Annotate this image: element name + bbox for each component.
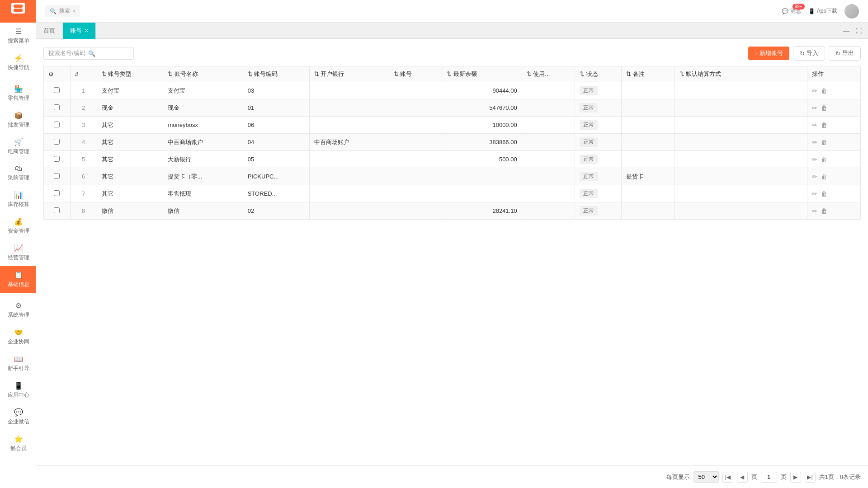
- table-row: 5 其它 大新银行 05 500.00 正常 ✏ 🗑: [44, 151, 861, 168]
- delete-btn[interactable]: 🗑: [821, 207, 827, 215]
- edit-btn[interactable]: ✏: [812, 190, 817, 197]
- th-account-no[interactable]: ⇅ 账号: [389, 66, 442, 82]
- delete-btn[interactable]: 🗑: [821, 173, 827, 180]
- row-checkbox[interactable]: [54, 139, 60, 145]
- message-btn[interactable]: 💬 消息 99+: [782, 7, 801, 15]
- th-account-code[interactable]: ⇅ 账号编码: [243, 66, 309, 82]
- tab-account[interactable]: 账号 ✕: [63, 23, 96, 39]
- topbar-right: 💬 消息 99+ 📱 App下载: [782, 4, 859, 19]
- delete-btn[interactable]: 🗑: [821, 122, 827, 129]
- cell-checkbox[interactable]: [44, 168, 71, 185]
- th-account-name[interactable]: ⇅ 账号名称: [163, 66, 243, 82]
- next-page-btn[interactable]: ▶: [790, 472, 801, 483]
- sidebar-item-app-center[interactable]: 📱 应用中心: [0, 377, 36, 404]
- purchase-icon: 🛍: [15, 164, 22, 173]
- delete-btn[interactable]: 🗑: [821, 156, 827, 163]
- cell-account-name: moneybosx: [163, 117, 243, 134]
- sidebar-item-app-center-label: 应用中心: [8, 391, 29, 399]
- row-checkbox[interactable]: [54, 156, 60, 162]
- page-size-select[interactable]: 50 100: [693, 471, 719, 483]
- delete-btn[interactable]: 🗑: [821, 190, 827, 197]
- edit-btn[interactable]: ✏: [812, 156, 817, 163]
- table-row: 1 支付宝 支付宝 03 -90444.00 正常 ✏ 🗑: [44, 82, 861, 99]
- edit-btn[interactable]: ✏: [812, 104, 817, 112]
- sidebar-item-search[interactable]: ☰ 搜索菜单: [0, 23, 36, 49]
- edit-btn[interactable]: ✏: [812, 122, 817, 129]
- topbar: 🔍 搜索 ▾ 💬 消息 99+ 📱 App下载: [36, 0, 868, 23]
- cell-remark: [622, 202, 675, 220]
- add-account-button[interactable]: + 新增账号: [748, 47, 789, 60]
- row-checkbox[interactable]: [54, 207, 60, 213]
- cell-usage: [522, 82, 575, 99]
- sidebar-item-sys[interactable]: ⚙ 系统管理: [0, 297, 36, 324]
- th-latest-balance[interactable]: ⇅ 最新余额: [442, 66, 522, 82]
- tab-home[interactable]: 首页: [36, 23, 63, 39]
- th-default-settlement[interactable]: ⇅ 默认结算方式: [675, 66, 807, 82]
- row-checkbox[interactable]: [54, 173, 60, 179]
- sidebar-item-basic-info[interactable]: 📋 基础信息: [0, 266, 36, 293]
- sidebar-item-quick-nav[interactable]: ⚡ 快捷导航: [0, 49, 36, 76]
- svg-rect-1: [14, 9, 23, 12]
- cell-default-settlement: [675, 99, 807, 117]
- app-download-btn[interactable]: 📱 App下载: [808, 7, 837, 15]
- sidebar-item-wholesale[interactable]: 📦 批发管理: [0, 107, 36, 133]
- first-page-btn[interactable]: |◀: [722, 472, 733, 483]
- last-page-btn[interactable]: ▶|: [805, 472, 816, 483]
- edit-btn[interactable]: ✏: [812, 139, 817, 146]
- row-checkbox[interactable]: [54, 190, 60, 196]
- cell-checkbox[interactable]: [44, 134, 71, 151]
- sidebar-item-ecommerce[interactable]: 🛒 电商管理: [0, 133, 36, 160]
- page-number-input[interactable]: [761, 472, 777, 483]
- sidebar-item-enterprise[interactable]: 🤝 企业协同: [0, 324, 36, 350]
- sidebar-item-retail[interactable]: 🏪 零售管理: [0, 80, 36, 107]
- account-search[interactable]: 搜索名号/编码 🔍: [43, 47, 134, 60]
- th-settings[interactable]: ⚙: [44, 66, 71, 82]
- topbar-search[interactable]: 🔍 搜索 ▾: [45, 5, 80, 17]
- edit-btn[interactable]: ✏: [812, 207, 817, 215]
- cell-checkbox[interactable]: [44, 202, 71, 220]
- tab-account-close[interactable]: ✕: [85, 28, 88, 33]
- delete-btn[interactable]: 🗑: [821, 87, 827, 94]
- tab-maximize-btn[interactable]: ⛶: [854, 25, 864, 36]
- th-usage[interactable]: ⇅ 使用...: [522, 66, 575, 82]
- cell-checkbox[interactable]: [44, 99, 71, 117]
- sidebar-item-enterprise-label: 企业协同: [8, 338, 29, 346]
- cell-latest-balance: 383866.00: [442, 134, 522, 151]
- topbar-left: 🔍 搜索 ▾: [45, 5, 80, 17]
- status-badge: 正常: [580, 206, 598, 216]
- vip-icon: ⭐: [14, 435, 23, 443]
- delete-btn[interactable]: 🗑: [821, 104, 827, 112]
- prev-page-btn[interactable]: ◀: [737, 472, 748, 483]
- user-avatar[interactable]: [844, 4, 859, 19]
- th-status[interactable]: ⇅ 状态: [575, 66, 622, 82]
- row-checkbox[interactable]: [54, 122, 60, 127]
- cell-account-name: 中百商场账户: [163, 134, 243, 151]
- export-button[interactable]: ↻ 导出: [829, 46, 861, 61]
- th-bank[interactable]: ⇅ 开户银行: [309, 66, 389, 82]
- sidebar-item-vip[interactable]: ⭐ 畅会员: [0, 430, 36, 457]
- cell-checkbox[interactable]: [44, 117, 71, 134]
- sidebar-item-guide[interactable]: 📖 新手引导: [0, 350, 36, 377]
- sidebar-item-purchase[interactable]: 🛍 采购管理: [0, 160, 36, 186]
- sidebar-item-ops[interactable]: 📈 经营管理: [0, 239, 36, 266]
- cell-num: 7: [70, 185, 97, 202]
- cell-checkbox[interactable]: [44, 185, 71, 202]
- th-account-type[interactable]: ⇅ 账号类型: [97, 66, 163, 82]
- sidebar-item-inventory[interactable]: 📊 库存核算: [0, 186, 36, 213]
- cell-checkbox[interactable]: [44, 151, 71, 168]
- th-remark[interactable]: ⇅ 备注: [622, 66, 675, 82]
- account-search-placeholder: 搜索名号/编码: [48, 49, 85, 57]
- edit-btn[interactable]: ✏: [812, 173, 817, 180]
- sidebar-item-ent-wechat[interactable]: 💬 企业微信: [0, 404, 36, 430]
- cell-status: 正常: [575, 82, 622, 99]
- cell-account-code: STORED...: [243, 185, 309, 202]
- cell-usage: [522, 117, 575, 134]
- row-checkbox[interactable]: [54, 87, 60, 93]
- row-checkbox[interactable]: [54, 104, 60, 110]
- edit-btn[interactable]: ✏: [812, 87, 817, 94]
- sidebar-item-finance[interactable]: 💰 资金管理: [0, 213, 36, 239]
- import-button[interactable]: ↻ 导入: [793, 46, 825, 61]
- tab-minimize-btn[interactable]: —: [841, 25, 852, 36]
- cell-checkbox[interactable]: [44, 82, 71, 99]
- delete-btn[interactable]: 🗑: [821, 139, 827, 146]
